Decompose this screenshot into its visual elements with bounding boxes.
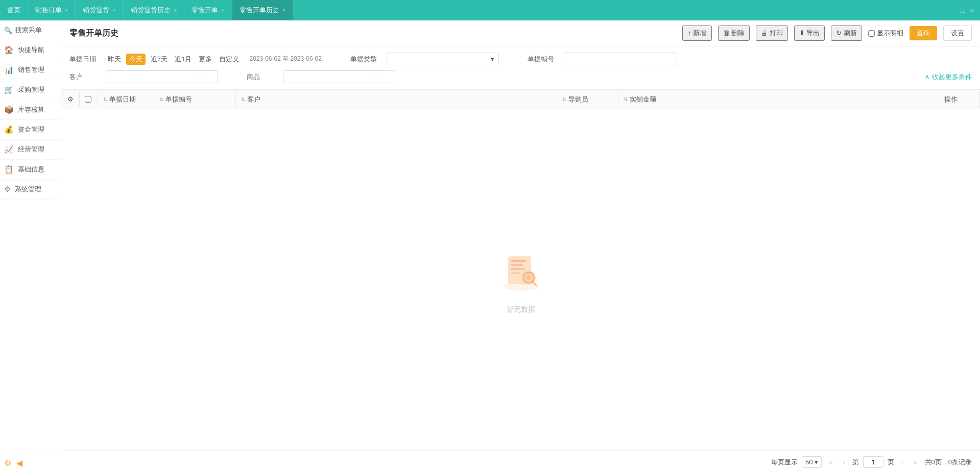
th-customer[interactable]: ⇅ 客户 — [236, 91, 557, 108]
window-close[interactable]: × — [970, 7, 974, 14]
sort-icon-customer: ⇅ — [241, 96, 245, 102]
main-layout: 🔍 搜索采单 🏠 快捷导航 📊 销售管理 🛒 采购管理 📦 库存核算 💰 资金管… — [0, 20, 980, 473]
sidebar-item-sys-mgmt-label: 系统管理 — [15, 185, 41, 194]
collapse-button[interactable]: ∧ 收起更多条件 — [925, 72, 972, 82]
date-opt-more[interactable]: 更多 — [197, 54, 214, 65]
collapse-label: 收起更多条件 — [932, 72, 972, 82]
bill-no-field[interactable] — [568, 55, 654, 63]
bill-no-input[interactable] — [564, 53, 676, 65]
tab-sales-order-label: 销售订单 — [35, 6, 62, 15]
window-max[interactable]: □ — [961, 7, 965, 14]
tab-sales-order[interactable]: 销售订单 × — [28, 0, 76, 20]
base-info-icon: 📋 — [4, 165, 14, 174]
page-title: 零售开单历史 — [69, 28, 118, 39]
content-area: 零售开单历史 + 新增 🗑 删除 🖨 打印 ⬇ 导出 ↻ 刷新 显示明细 查询 … — [61, 20, 980, 473]
collapse-sidebar-icon[interactable]: ◀ — [16, 458, 22, 468]
filter-row-customer: 客户 ... 商品 ... ∧ 收起更多条件 — [69, 70, 972, 83]
collapse-icon: ∧ — [925, 73, 930, 81]
tab-sales-return[interactable]: 销货退货 × — [76, 0, 123, 20]
customer-input[interactable]: ... — [106, 70, 218, 83]
settings-col-icon: ⚙ — [67, 95, 74, 103]
select-all-checkbox[interactable] — [85, 96, 91, 103]
date-filter-label: 单据日期 — [69, 55, 98, 64]
settings-icon[interactable]: ⚙ — [4, 458, 11, 468]
sort-icon-date: ⇅ — [103, 96, 107, 102]
page-size-label: 每页显示 — [771, 458, 798, 467]
page-header: 零售开单历史 + 新增 🗑 删除 🖨 打印 ⬇ 导出 ↻ 刷新 显示明细 查询 … — [61, 20, 980, 46]
th-amount[interactable]: ⇅ 实销金额 — [618, 91, 940, 108]
sidebar-item-quick-nav-label: 快捷导航 — [18, 45, 44, 55]
first-page-btn[interactable]: « — [826, 457, 835, 467]
top-bar: 首页 销售订单 × 销货退货 × 销货退货历史 × 零售开单 × 零售开单历史 … — [0, 0, 980, 20]
sidebar-item-inventory[interactable]: 📦 库存核算 — [0, 100, 61, 120]
sidebar-item-quick-nav[interactable]: 🏠 快捷导航 — [0, 40, 61, 60]
prev-page-btn[interactable]: ‹ — [840, 457, 848, 467]
tab-home-label: 首页 — [7, 6, 20, 15]
sidebar-item-finance[interactable]: 💰 资金管理 — [0, 120, 61, 140]
finance-icon: 💰 — [4, 125, 14, 134]
settings-button[interactable]: 设置 — [943, 26, 972, 41]
tab-retail-open-history-close[interactable]: × — [282, 7, 285, 13]
sidebar-item-base-info[interactable]: 📋 基础信息 — [0, 160, 61, 180]
date-opt-last7[interactable]: 近7天 — [149, 54, 170, 65]
customer-label: 客户 — [69, 72, 98, 82]
sidebar-search[interactable]: 🔍 搜索采单 — [0, 20, 61, 40]
last-page-btn[interactable]: » — [911, 457, 920, 467]
tab-home[interactable]: 首页 — [0, 0, 28, 20]
delete-button[interactable]: 🗑 删除 — [718, 26, 750, 41]
next-page-btn[interactable]: › — [898, 457, 906, 467]
sort-icon-billno: ⇅ — [159, 96, 163, 102]
th-settings[interactable]: ⚙ — [61, 91, 80, 107]
quick-nav-icon: 🏠 — [4, 45, 14, 55]
page-size-select[interactable]: 50 ▾ — [802, 456, 822, 468]
th-date[interactable]: ⇅ 单据日期 — [98, 91, 154, 108]
table-header: ⚙ ⇅ 单据日期 ⇅ 单据编号 ⇅ 客户 ⇅ — [61, 90, 980, 109]
display-checkbox[interactable] — [868, 30, 875, 37]
sort-icon-amount: ⇅ — [624, 96, 628, 102]
sidebar-bottom: ⚙ ◀ — [0, 453, 61, 473]
tab-sales-return-history-label: 销货退货历史 — [131, 6, 171, 15]
print-button[interactable]: 🖨 打印 — [756, 26, 788, 41]
goods-input[interactable]: ... — [283, 70, 395, 83]
table-area: ⚙ ⇅ 单据日期 ⇅ 单据编号 ⇅ 客户 ⇅ — [61, 90, 980, 473]
th-bill-no[interactable]: ⇅ 单据编号 — [154, 91, 236, 108]
export-button[interactable]: ⬇ 导出 — [794, 26, 825, 41]
bill-type-select[interactable]: ▾ — [387, 53, 499, 65]
sidebar-item-purchase-mgmt[interactable]: 🛒 采购管理 — [0, 80, 61, 100]
page-number-input[interactable] — [863, 456, 883, 468]
th-checkbox[interactable] — [80, 92, 98, 107]
th-date-label: 单据日期 — [109, 95, 136, 104]
bill-type-dropdown-icon: ▾ — [491, 55, 494, 63]
th-guide[interactable]: ⇅ 导购员 — [557, 91, 618, 108]
sidebar-search-label: 搜索采单 — [15, 26, 42, 35]
th-guide-label: 导购员 — [568, 95, 588, 104]
date-opt-yesterday[interactable]: 昨天 — [106, 54, 123, 65]
display-label: 显示明细 — [877, 29, 903, 38]
th-amount-label: 实销金额 — [630, 95, 656, 104]
add-button[interactable]: + 新增 — [682, 26, 711, 41]
tab-retail-open-history[interactable]: 零售开单历史 × — [232, 0, 293, 20]
tab-retail-open[interactable]: 零售开单 × — [184, 0, 232, 20]
customer-field[interactable] — [110, 73, 196, 81]
page-word: 页 — [888, 458, 894, 467]
tab-sales-order-close[interactable]: × — [65, 7, 68, 13]
refresh-button[interactable]: ↻ 刷新 — [831, 26, 862, 41]
window-min[interactable]: — — [949, 7, 956, 14]
sidebar-item-operations[interactable]: 📈 经营管理 — [0, 140, 61, 160]
date-options: 昨天 今天 近7天 近1月 更多 自定义 — [106, 54, 241, 65]
svg-rect-4 — [511, 268, 525, 270]
tab-sales-return-history[interactable]: 销货退货历史 × — [124, 0, 184, 20]
date-opt-custom[interactable]: 自定义 — [217, 54, 241, 65]
svg-point-9 — [526, 275, 531, 280]
top-tabs: 首页 销售订单 × 销货退货 × 销货退货历史 × 零售开单 × 零售开单历史 … — [0, 0, 943, 20]
query-button[interactable]: 查询 — [910, 26, 937, 40]
tab-retail-open-close[interactable]: × — [221, 7, 224, 13]
sidebar-item-sales-mgmt[interactable]: 📊 销售管理 — [0, 60, 61, 80]
display-option[interactable]: 显示明细 — [868, 29, 903, 38]
tab-sales-return-close[interactable]: × — [112, 7, 115, 13]
sidebar-item-sys-mgmt[interactable]: ⚙ 系统管理 — [0, 180, 61, 200]
tab-sales-return-history-close[interactable]: × — [174, 7, 177, 13]
goods-field[interactable] — [288, 73, 373, 81]
date-opt-today[interactable]: 今天 — [126, 54, 146, 65]
date-opt-last1m[interactable]: 近1月 — [173, 54, 194, 65]
